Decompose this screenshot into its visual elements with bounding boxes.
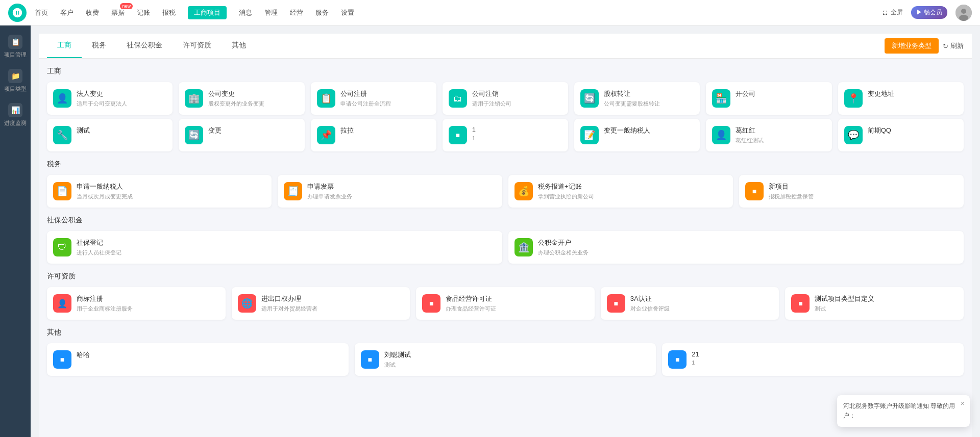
top-nav: 首页 客户 收费 票据 new 记账 报税 工商项目 消息 管理 经营 服务 设… — [0, 0, 980, 25]
section-shebao-title: 社保公积金 — [47, 216, 964, 225]
shebao-register-desc: 进行人员社保登记 — [77, 249, 496, 256]
tab-xuke[interactable]: 许可资质 — [173, 34, 222, 58]
card-food-license[interactable]: ■ 食品经营许可证 办理食品经营许可证 — [416, 287, 595, 320]
main-content: 工商 税务 社保公积金 许可资质 其他 新增业务类型 ↻ 刷新 工商 👤 法人变… — [31, 25, 980, 437]
nav-ticket[interactable]: 票据 new — [111, 6, 125, 19]
card-company-change[interactable]: 🏢 公司变更 股权变更外的业务变更 — [179, 82, 304, 115]
gongshang-cards-row2: 🔧 测试 🔄 变更 📌 拉拉 — [47, 119, 964, 151]
trademark-icon: 👤 — [53, 294, 71, 313]
sidebar-item-project-manage[interactable]: 📋 项目管理 — [0, 30, 31, 64]
card-new-project[interactable]: ■ 新项目 报税加税控盘保管 — [739, 175, 964, 208]
card-num1[interactable]: ■ 1 1 — [443, 119, 568, 151]
3a-cert-icon: ■ — [607, 294, 625, 313]
card-shebao-register[interactable]: 🛡 社保登记 进行人员社保登记 — [47, 231, 502, 264]
test-icon: 🔧 — [53, 126, 71, 144]
card-trademark[interactable]: 👤 商标注册 用于企业商标注册服务 — [47, 287, 226, 320]
card-apply-taxpayer[interactable]: 📄 申请一般纳税人 当月或次月成变更完成 — [47, 175, 272, 208]
nav-settings[interactable]: 设置 — [341, 6, 354, 19]
liucong-icon: ■ — [361, 350, 379, 369]
card-haha[interactable]: ■ 哈哈 — [47, 343, 349, 376]
card-3a-cert[interactable]: ■ 3A认证 对企业信誉评级 — [601, 287, 779, 320]
nav-charge[interactable]: 收费 — [86, 6, 99, 19]
num1-icon: ■ — [449, 126, 467, 144]
new-project-title: 新项目 — [769, 182, 958, 191]
nav-home[interactable]: 首页 — [35, 6, 48, 19]
nav-bookkeeping[interactable]: 记账 — [137, 6, 150, 19]
logo[interactable] — [8, 4, 27, 22]
nav-business[interactable]: 经营 — [290, 6, 303, 19]
card-company-cancel[interactable]: 🗂 公司注销 适用于注销公司 — [443, 82, 568, 115]
add-type-button[interactable]: 新增业务类型 — [885, 38, 939, 54]
nav-right: 全屏 ▶ 畅会员 — [881, 5, 972, 21]
apply-invoice-icon: 🧾 — [284, 182, 302, 200]
gongshang-cards-row1: 👤 法人变更 适用于公司变更法人 🏢 公司变更 股权变更外的业务变更 📋 公司注… — [47, 82, 964, 115]
fullscreen-btn[interactable]: 全屏 — [881, 8, 903, 17]
card-faren-change[interactable]: 👤 法人变更 适用于公司变更法人 — [47, 82, 173, 115]
nav-manage[interactable]: 管理 — [264, 6, 278, 19]
num21-icon: ■ — [668, 350, 687, 369]
card-equity-transfer[interactable]: 🔄 股权转让 公司变更需要股权转让 — [574, 82, 700, 115]
tabs-bar: 工商 税务 社保公积金 许可资质 其他 新增业务类型 ↻ 刷新 — [39, 34, 972, 59]
tab-gongshang[interactable]: 工商 — [47, 34, 82, 58]
sidebar: 📋 项目管理 📁 项目类型 📊 进度监测 — [0, 25, 31, 437]
sidebar-item-progress[interactable]: 📊 进度监测 — [0, 98, 31, 132]
user-avatar[interactable] — [955, 5, 972, 21]
trademark-title: 商标注册 — [77, 294, 219, 303]
vip-button[interactable]: ▶ 畅会员 — [911, 6, 947, 19]
card-tax-bookkeeping[interactable]: 💰 税务报道+记账 拿到营业执照的新公司 — [508, 175, 733, 208]
lala-title: 拉拉 — [340, 126, 430, 135]
card-test[interactable]: 🔧 测试 — [47, 119, 173, 151]
refresh-icon: ↻ — [943, 42, 948, 50]
nav-message[interactable]: 消息 — [239, 6, 252, 19]
nav-industry[interactable]: 工商项目 — [188, 6, 227, 19]
card-test-type[interactable]: ■ 测试项目类型目定义 测试 — [785, 287, 964, 320]
test-type-icon: ■ — [791, 294, 810, 313]
card-fund-account[interactable]: 🏦 公积金开户 办理公积金相关业务 — [508, 231, 964, 264]
qq-title: 前期QQ — [868, 126, 958, 135]
play-icon: ▶ — [916, 9, 922, 16]
other-cards: ■ 哈哈 ■ 刘聪测试 测试 ■ 21 1 — [47, 343, 964, 376]
card-open-company[interactable]: 🏪 开公司 — [706, 82, 831, 115]
new-project-icon: ■ — [745, 182, 764, 200]
tax-bookkeeping-icon: 💰 — [514, 182, 533, 200]
tab-other[interactable]: 其他 — [222, 34, 256, 58]
tab-shebao[interactable]: 社保公积金 — [116, 34, 173, 58]
card-company-register[interactable]: 📋 公司注册 申请公司注册全流程 — [311, 82, 436, 115]
apply-invoice-title: 申请发票 — [307, 182, 496, 191]
new-project-desc: 报税加税控盘保管 — [769, 193, 958, 200]
nav-customer[interactable]: 客户 — [60, 6, 74, 19]
card-import-export[interactable]: 🌐 进出口权办理 适用于对外贸易经营者 — [232, 287, 410, 320]
card-gehonghong[interactable]: 👤 葛红红 葛红红测试 — [706, 119, 831, 151]
change-taxpayer-icon: 📝 — [580, 126, 599, 144]
svg-point-1 — [961, 9, 966, 14]
equity-transfer-desc: 公司变更需要股权转让 — [604, 100, 694, 108]
nav-tax[interactable]: 报税 — [162, 6, 176, 19]
apply-invoice-desc: 办理申请发票业务 — [307, 193, 496, 200]
tab-shuiwu[interactable]: 税务 — [82, 34, 116, 58]
fund-account-desc: 办理公积金相关业务 — [538, 249, 958, 256]
card-qq[interactable]: 💬 前期QQ — [838, 119, 964, 151]
fullscreen-icon — [881, 9, 889, 16]
card-lala[interactable]: 📌 拉拉 — [311, 119, 436, 151]
avatar-icon — [955, 5, 972, 21]
card-liucong-test[interactable]: ■ 刘聪测试 测试 — [355, 343, 656, 376]
card-change2[interactable]: 🔄 变更 — [179, 119, 304, 151]
shebao-cards: 🛡 社保登记 进行人员社保登记 🏦 公积金开户 办理公积金相关业务 — [47, 231, 964, 264]
notification-close-button[interactable]: × — [961, 399, 965, 407]
liucong-title: 刘聪测试 — [384, 350, 650, 359]
card-change-taxpayer[interactable]: 📝 变更一般纳税人 — [574, 119, 700, 151]
company-change-icon: 🏢 — [185, 89, 203, 108]
card-apply-invoice[interactable]: 🧾 申请发票 办理申请发票业务 — [278, 175, 502, 208]
fund-account-icon: 🏦 — [514, 238, 533, 256]
gehonghong-icon: 👤 — [712, 126, 730, 144]
card-change-address[interactable]: 📍 变更地址 — [838, 82, 964, 115]
card-num21[interactable]: ■ 21 1 — [662, 343, 964, 376]
shebao-register-icon: 🛡 — [53, 238, 71, 256]
nav-service[interactable]: 服务 — [315, 6, 329, 19]
change2-icon: 🔄 — [185, 126, 203, 144]
sidebar-item-project-type[interactable]: 📁 项目类型 — [0, 64, 31, 98]
refresh-button[interactable]: ↻ 刷新 — [943, 41, 964, 50]
xuke-cards: 👤 商标注册 用于企业商标注册服务 🌐 进出口权办理 适用于对外贸易经营者 ■ … — [47, 287, 964, 320]
company-register-title: 公司注册 — [340, 89, 430, 98]
equity-transfer-title: 股权转让 — [604, 89, 694, 98]
